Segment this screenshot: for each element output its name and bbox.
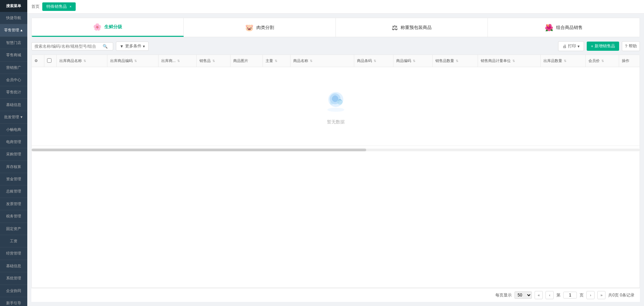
sidebar-item-new-guide[interactable]: 新手引导 [0, 297, 27, 306]
sidebar-item-label: 零售商城 [6, 53, 21, 57]
next-page-button[interactable]: › [586, 291, 595, 299]
select-all-checkbox[interactable] [47, 58, 51, 63]
sidebar-item-inventory[interactable]: 库存核算 [0, 161, 27, 173]
svg-point-4 [330, 101, 333, 105]
help-button[interactable]: ? 帮助 [622, 41, 640, 51]
sidebar-item-purchase-mgmt[interactable]: 采购管理 [0, 148, 27, 160]
col-member-price[interactable]: 会员价 ⇅ [586, 55, 619, 67]
fresh-grade-icon: 🌸 [93, 23, 102, 31]
main-content: 首页 特殊销售品 × 🌸 生鲜分级 🐷 肉类分割 ⚖ 称重预包装商品 🌺 组合商… [27, 0, 644, 306]
search-icon: 🔍 [103, 44, 108, 49]
col-out-goods-code[interactable]: 出库商品编码 ⇅ [107, 55, 159, 67]
print-label: 打印 [568, 43, 576, 49]
col-settings[interactable]: ⚙ [32, 55, 44, 67]
sort-icon: ⇅ [134, 59, 137, 63]
col-sales-qty[interactable]: 销售品数量 ⇅ [433, 55, 478, 67]
per-page-label: 每页显示 [495, 292, 512, 298]
col-goods-image: 商品图片 [230, 55, 263, 67]
sidebar-item-smart-store[interactable]: 智慧门店 [0, 37, 27, 49]
col-out-qty[interactable]: 出库品数量 ⇅ [540, 55, 586, 67]
col-label: 出库商... [161, 59, 176, 63]
tab-weight-prepack[interactable]: ⚖ 称重预包装商品 [336, 18, 488, 37]
sort-icon: ⇅ [275, 59, 278, 63]
sidebar-item-retail-stats[interactable]: 零售统计 [0, 86, 27, 98]
sidebar-item-label: 会员中心 [6, 78, 21, 82]
sidebar-item-hr[interactable]: 工资 [0, 235, 27, 247]
new-sales-button[interactable]: + 新增销售品 [587, 42, 619, 51]
sidebar-item-label: 智慧门店 [6, 41, 21, 45]
sidebar-item-basic-info[interactable]: 基础信息 [0, 99, 27, 111]
sort-icon: ⇅ [374, 59, 376, 63]
page-label: 页 [580, 292, 584, 298]
search-input[interactable] [34, 44, 103, 49]
weight-prepack-icon: ⚖ [392, 24, 398, 32]
search-box[interactable]: 🔍 [31, 42, 113, 50]
first-page-button[interactable]: « [535, 291, 543, 299]
sidebar-item-general-ledger[interactable]: 总账管理 [0, 185, 27, 198]
sidebar-item-label: 快捷导航 [6, 16, 21, 20]
sidebar-item-label: 库存核算 [6, 165, 21, 169]
last-page-button[interactable]: » [597, 291, 605, 299]
sidebar-item-enterprise[interactable]: 企业协同 [0, 285, 27, 297]
total-label: 共0页 0条记录 [608, 292, 634, 298]
filter-label: 更多条件 [125, 43, 141, 49]
sidebar-item-label: 零售管理 [4, 28, 19, 33]
sidebar-item-finance-mgmt[interactable]: 资金管理 [0, 173, 27, 185]
per-page-select[interactable]: 10 20 50 100 [514, 291, 532, 299]
col-weight[interactable]: 主量 ⇅ [263, 55, 290, 67]
sidebar-logo[interactable]: 搜索菜单 [0, 0, 27, 12]
svg-point-0 [327, 108, 344, 112]
sidebar-item-retail-mgmt[interactable]: 零售管理 ▲ [0, 24, 27, 36]
page-input[interactable] [563, 292, 577, 299]
table-header-row: ⚙ 出库商品名称 ⇅ 出库商品编码 ⇅ [32, 55, 640, 67]
arrow-icon: ▲ [20, 28, 23, 33]
sidebar-item-quick-nav[interactable]: 快捷导航 [0, 12, 27, 24]
toolbar: 🔍 ▼ 更多条件 ▾ 🖨 打印 ▾ + 新增销售品 [31, 41, 640, 51]
meat-cut-icon: 🐷 [245, 24, 254, 32]
sidebar-item-sys-mgmt[interactable]: 系统管理 [0, 272, 27, 285]
col-out-goods-x[interactable]: 出库商... ⇅ [158, 55, 197, 67]
sort-icon: ⇅ [212, 59, 215, 63]
empty-illustration [322, 88, 349, 115]
sidebar-item-marketing[interactable]: 营销推广 [0, 62, 27, 74]
sort-icon: ⇅ [84, 59, 86, 63]
filter-button[interactable]: ▼ 更多条件 ▾ [116, 42, 149, 51]
col-label: 出库商品名称 [59, 59, 82, 63]
col-goods-code[interactable]: 商品编码 ⇅ [393, 55, 432, 67]
print-button[interactable]: 🖨 打印 ▾ [558, 41, 584, 51]
col-label: 出库品数量 [543, 59, 562, 63]
sidebar-item-base-info2[interactable]: 基础信息 [0, 260, 27, 272]
help-icon: ? [625, 44, 627, 49]
active-tab[interactable]: 特殊销售品 × [42, 2, 76, 11]
sidebar-item-label: 固定资产 [6, 227, 21, 231]
prev-page-button[interactable]: ‹ [545, 291, 554, 299]
col-goods-name[interactable]: 商品名称 ⇅ [290, 55, 354, 67]
sidebar-item-ecommerce-mgmt[interactable]: 电商管理 [0, 136, 27, 148]
toolbar-left: 🔍 ▼ 更多条件 ▾ [31, 42, 149, 51]
sidebar-item-ops-mgmt[interactable]: 经营管理 [0, 247, 27, 260]
sidebar-item-fixed-assets[interactable]: 固定资产 [0, 223, 27, 235]
sidebar-item-retail-mall[interactable]: 零售商城 [0, 49, 27, 61]
tab-fresh-grade[interactable]: 🌸 生鲜分级 [32, 18, 184, 37]
home-link[interactable]: 首页 [31, 4, 40, 10]
col-goods-barcode[interactable]: 商品条码 ⇅ [354, 55, 393, 67]
col-out-goods-name[interactable]: 出库商品名称 ⇅ [56, 55, 107, 67]
sidebar-item-member-center[interactable]: 会员中心 [0, 74, 27, 86]
sidebar-item-label: 资金管理 [6, 177, 21, 181]
sidebar-item-label: 税务管理 [6, 214, 21, 218]
filter-icon: ▼ [120, 44, 124, 49]
tab-close-button[interactable]: × [70, 5, 72, 9]
sidebar-item-invoice-mgmt[interactable]: 发票管理 [0, 198, 27, 210]
col-sales-goods[interactable]: 销售品 ⇅ [197, 55, 230, 67]
sort-icon: ⇅ [512, 59, 515, 63]
sidebar-item-mini-shop[interactable]: 小畅电商 [0, 124, 27, 136]
tab-combo-sales[interactable]: 🌺 组合商品销售 [488, 18, 640, 37]
tab-meat-cut[interactable]: 🐷 肉类分割 [184, 18, 336, 37]
sidebar-item-label: 系统管理 [6, 276, 21, 280]
sidebar-item-wholesale-mgmt[interactable]: 批发管理 ▼ [0, 111, 27, 123]
sort-icon: ⇅ [564, 59, 567, 63]
sidebar-item-tax-mgmt[interactable]: 税务管理 [0, 210, 27, 223]
col-checkbox[interactable] [44, 55, 56, 67]
horizontal-scrollbar[interactable] [32, 149, 640, 151]
col-sales-unit[interactable]: 销售商品计量单位 ⇅ [478, 55, 540, 67]
